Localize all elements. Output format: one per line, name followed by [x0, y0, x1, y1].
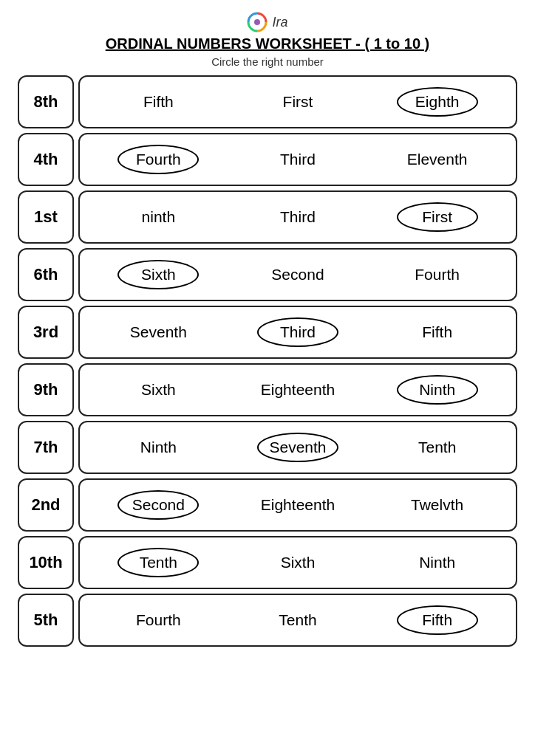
choice-option[interactable]: Tenth	[397, 439, 478, 456]
worksheet-rows: 8thFifthFirstEighth4thFourthThirdElevent…	[18, 75, 517, 647]
choice-option[interactable]: Tenth	[117, 548, 199, 577]
brand-name: Ira	[272, 15, 287, 30]
choices-box: SixthSecondFourth	[78, 248, 517, 301]
ordinal-label: 4th	[18, 133, 74, 186]
choices-box: FourthTenthFifth	[78, 594, 517, 647]
choice-option[interactable]: Third	[257, 317, 338, 347]
choices-box: SeventhThirdFifth	[78, 306, 517, 359]
worksheet-row: 6thSixthSecondFourth	[18, 248, 517, 301]
choice-option[interactable]: Eighteenth	[257, 496, 338, 514]
worksheet-title: ORDINAL NUMBERS WORKSHEET - ( 1 to 10 )	[18, 35, 517, 52]
choices-box: NinthSeventhTenth	[78, 421, 517, 474]
ordinal-label: 5th	[18, 594, 74, 647]
choice-option[interactable]: Fifth	[397, 323, 478, 341]
worksheet-row: 10thTenthSixthNinth	[18, 536, 517, 589]
page-header: Ira ORDINAL NUMBERS WORKSHEET - ( 1 to 1…	[18, 12, 517, 68]
ordinal-label: 1st	[18, 190, 74, 244]
worksheet-row: 9thSixthEighteenthNinth	[18, 363, 517, 416]
choice-option[interactable]: Ninth	[117, 439, 199, 456]
choice-option[interactable]: Third	[257, 208, 338, 226]
choices-box: ninthThirdFirst	[78, 190, 517, 244]
ordinal-label: 6th	[18, 248, 74, 301]
choice-option[interactable]: First	[397, 202, 478, 232]
choice-option[interactable]: Eighth	[397, 87, 478, 117]
choices-box: FifthFirstEighth	[78, 75, 517, 128]
choice-option[interactable]: ninth	[117, 208, 199, 226]
choice-option[interactable]: Eleventh	[397, 151, 478, 168]
choice-option[interactable]: Fourth	[117, 611, 199, 629]
ordinal-label: 3rd	[18, 306, 74, 359]
worksheet-row: 2ndSecondEighteenthTwelvth	[18, 478, 517, 532]
logo-area: Ira	[18, 12, 517, 32]
choice-option[interactable]: Second	[117, 490, 199, 520]
choice-option[interactable]: Third	[257, 151, 338, 168]
ordinal-label: 10th	[18, 536, 74, 589]
choice-option[interactable]: Fifth	[117, 93, 199, 111]
worksheet-row: 5thFourthTenthFifth	[18, 594, 517, 647]
worksheet-row: 3rdSeventhThirdFifth	[18, 306, 517, 359]
worksheet-row: 7thNinthSeventhTenth	[18, 421, 517, 474]
choice-option[interactable]: Ninth	[397, 554, 478, 571]
worksheet-subtitle: Circle the right number	[18, 55, 517, 68]
choice-option[interactable]: Tenth	[257, 611, 338, 629]
choice-option[interactable]: Sixth	[117, 260, 199, 289]
choices-box: SixthEighteenthNinth	[78, 363, 517, 416]
ordinal-label: 7th	[18, 421, 74, 474]
choices-box: FourthThirdEleventh	[78, 133, 517, 186]
ordinal-label: 9th	[18, 363, 74, 416]
choice-option[interactable]: Second	[257, 266, 338, 284]
svg-point-1	[254, 19, 260, 25]
ordinal-label: 8th	[18, 75, 74, 128]
choice-option[interactable]: Seventh	[257, 433, 338, 462]
choice-option[interactable]: Ninth	[397, 375, 478, 405]
choice-option[interactable]: Sixth	[117, 381, 199, 399]
choices-box: TenthSixthNinth	[78, 536, 517, 589]
choice-option[interactable]: Seventh	[117, 323, 199, 341]
ordinal-label: 2nd	[18, 478, 74, 532]
logo-icon	[247, 12, 268, 32]
worksheet-row: 1stninthThirdFirst	[18, 190, 517, 244]
choice-option[interactable]: Twelvth	[397, 496, 478, 514]
choice-option[interactable]: Sixth	[257, 554, 338, 571]
choice-option[interactable]: Fourth	[397, 266, 478, 284]
choice-option[interactable]: Eighteenth	[257, 381, 338, 399]
choice-option[interactable]: Fourth	[117, 145, 199, 174]
worksheet-row: 8thFifthFirstEighth	[18, 75, 517, 128]
choice-option[interactable]: First	[257, 93, 338, 111]
worksheet-row: 4thFourthThirdEleventh	[18, 133, 517, 186]
choices-box: SecondEighteenthTwelvth	[78, 478, 517, 532]
choice-option[interactable]: Fifth	[397, 605, 478, 635]
